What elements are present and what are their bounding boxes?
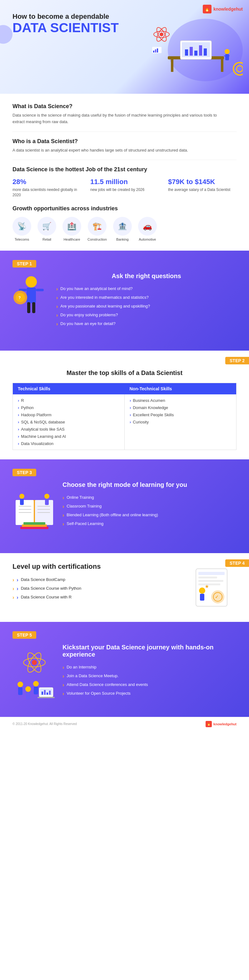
step5-text: Kickstart your Data Science journey with… (62, 644, 236, 698)
step2-badge: STEP 2 (225, 357, 249, 364)
tech-skill-2: Hadoop Platform (18, 411, 119, 418)
footer-logo-icon: 🔥 (206, 721, 212, 727)
tech-skill-3: SQL & NoSQL database (18, 418, 119, 426)
step1-list: Do you have an analytical bent of mind?A… (56, 285, 236, 328)
step4-badge: STEP 4 (225, 559, 249, 567)
step3-list-item-0: Online Training (62, 493, 236, 502)
stat-item-1: 28% more data scientists needed globally… (13, 178, 81, 198)
stat-label-3: the average salary of a Data Scientist (168, 187, 236, 192)
tech-skill-6: Data Visualization (18, 440, 119, 447)
step5-content: Kickstart your Data Science journey with… (13, 644, 236, 708)
svg-rect-7 (190, 47, 193, 56)
step5-section: STEP 5 (0, 622, 249, 717)
logo-prefix: knowledge (213, 6, 236, 11)
step1-section: STEP 1 ? Ask the right questions Do you … (0, 251, 249, 351)
step4-title: Level up with certifications (13, 563, 180, 571)
tech-skill-4: Analytical tools like SAS (18, 426, 119, 433)
step5-badge: STEP 5 (13, 631, 36, 639)
industry-icon-2: 🏥 (62, 217, 81, 235)
svg-point-69 (33, 681, 39, 687)
step4-list-item-2: ›Data Science Course with R (13, 593, 180, 602)
svg-rect-8 (194, 51, 197, 56)
technical-skills-cell: RPythonHadoop PlatformSQL & NoSQL databa… (13, 395, 125, 450)
stat-number-3: $79K to $145K (168, 178, 236, 186)
step1-list-item-3: Do you enjoy solving problems? (56, 311, 236, 320)
non-technical-skills-cell: Business AcumenDomain KnowledgeExcellent… (125, 395, 236, 450)
svg-point-45 (44, 494, 49, 499)
industry-item-3: 🏗️ Construction (87, 217, 107, 241)
step1-list-item-1: Are you interested in mathematics and st… (56, 293, 236, 302)
step5-list-item-3: Volunteer for Open Source Projects (62, 689, 236, 698)
industry-item-2: 🏥 Healthcare (62, 217, 81, 241)
svg-rect-10 (204, 48, 207, 56)
svg-rect-73 (38, 697, 55, 698)
step5-illustration (13, 644, 56, 708)
skills-table: Technical Skills Non-Technical Skills RP… (13, 383, 236, 450)
industry-label-5: Automotive (139, 237, 156, 241)
svg-text:★: ★ (205, 584, 209, 589)
step3-content: Choose the right mode of learning for yo… (13, 481, 236, 531)
step3-list: Online TrainingClassroom TrainingBlended… (62, 493, 236, 528)
non-tech-skill-0: Business Acumen (130, 397, 231, 404)
non-technical-heading: Non-Technical Skills (125, 383, 236, 395)
logo: 🔥 knowledgehut (203, 5, 243, 13)
svg-point-64 (32, 660, 37, 665)
industry-label-1: Retail (43, 237, 51, 241)
industry-label-2: Healthcare (63, 237, 80, 241)
industry-label-4: Banking (116, 237, 129, 241)
footer-logo: 🔥 knowledgehut (206, 721, 236, 727)
info-section: What is Data Science? Data science is th… (0, 94, 249, 251)
logo-icon: 🔥 (203, 5, 211, 13)
who-is-text: A data scientist is an analytical expert… (13, 147, 225, 154)
svg-rect-75 (44, 690, 46, 695)
step1-list-item-4: Do you have an eye for detail? (56, 320, 236, 328)
step1-text: Ask the right questions Do you have an a… (56, 272, 236, 328)
step4-list-item-0: ›Data Science BootCamp (13, 576, 180, 584)
svg-rect-9 (199, 45, 202, 56)
logo-text: knowledgehut (213, 6, 243, 11)
svg-rect-74 (41, 692, 43, 695)
svg-point-67 (25, 686, 31, 692)
svg-rect-66 (18, 687, 22, 695)
step4-section: STEP 4 Level up with certifications ›Dat… (0, 553, 249, 622)
footer-logo-highlight: hut (231, 722, 236, 726)
deco-circle (0, 25, 13, 44)
svg-rect-49 (24, 522, 45, 525)
non-technical-skills-list: Business AcumenDomain KnowledgeExcellent… (130, 397, 231, 426)
stat-label-1: more data scientists needed globally in … (13, 187, 81, 198)
non-tech-skill-1: Domain Knowledge (130, 404, 231, 411)
industry-icon-3: 🏗️ (88, 217, 106, 235)
technical-heading: Technical Skills (13, 383, 125, 395)
hero-title: DATA SCIENTIST (13, 21, 138, 35)
svg-rect-44 (20, 499, 24, 505)
step3-list-item-2: Blended Learning (Both offline and onlin… (62, 511, 236, 520)
non-tech-skill-3: Curiosity (130, 418, 231, 426)
svg-rect-48 (22, 524, 47, 527)
svg-rect-77 (49, 690, 51, 695)
step3-badge: STEP 3 (13, 469, 36, 476)
step3-section: STEP 3 (0, 460, 249, 553)
stat-label-2: new jobs will be created by 2026 (90, 187, 159, 192)
step1-list-item-2: Are you passionate about learning and up… (56, 302, 236, 311)
svg-rect-51 (198, 572, 225, 575)
step3-list-item-1: Classroom Training (62, 502, 236, 511)
stat-item-2: 11.5 million new jobs will be created by… (90, 178, 159, 198)
svg-text:✓: ✓ (215, 594, 219, 600)
what-is-text: Data science is the science of making da… (13, 112, 225, 125)
stat-number-1: 28% (13, 178, 81, 186)
svg-rect-54 (198, 584, 220, 585)
industry-icon-5: 🚗 (138, 217, 157, 235)
svg-rect-26 (27, 288, 36, 303)
step3-text: Choose the right mode of learning for yo… (62, 481, 236, 528)
industry-icon-1: 🛒 (38, 217, 56, 235)
footer-logo-prefix: knowledge (213, 722, 231, 726)
hottest-job-heading: Data Science is the hottest Job of the 2… (13, 166, 236, 173)
technical-skills-list: RPythonHadoop PlatformSQL & NoSQL databa… (18, 397, 119, 447)
tech-skill-0: R (18, 397, 119, 404)
step5-list-item-0: Do an Internship (62, 663, 236, 672)
non-tech-skill-2: Excellent People Skills (130, 411, 231, 418)
svg-rect-6 (185, 49, 188, 56)
step1-list-item-0: Do you have an analytical bent of mind? (56, 285, 236, 293)
hero-illustration (143, 16, 243, 84)
svg-point-65 (17, 682, 23, 687)
